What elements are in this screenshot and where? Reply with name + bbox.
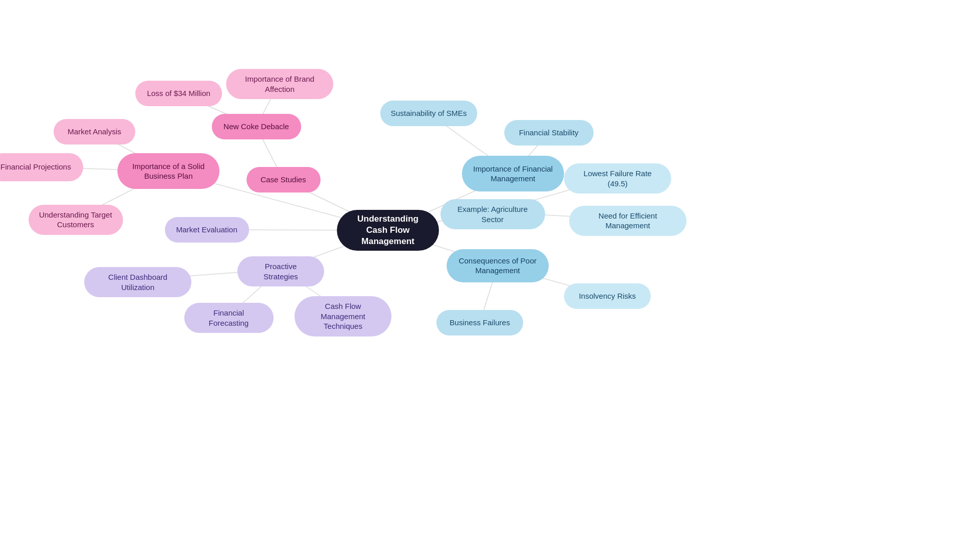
node-business-failures[interactable]: Business Failures [436, 310, 523, 335]
node-lowest-failure[interactable]: Lowest Failure Rate (49.5) [564, 163, 671, 194]
node-need-efficient[interactable]: Need for Efficient Management [569, 206, 687, 236]
node-loss-34m[interactable]: Loss of $34 Million [135, 81, 222, 106]
node-consequences-poor[interactable]: Consequences of Poor Management [447, 249, 549, 282]
node-market-analysis[interactable]: Market Analysis [54, 119, 135, 145]
node-importance-financial-mgmt[interactable]: Importance of Financial Management [462, 156, 564, 191]
node-insolvency-risks[interactable]: Insolvency Risks [564, 283, 651, 309]
node-proactive-strategies[interactable]: Proactive Strategies [237, 256, 324, 286]
node-financial-forecasting[interactable]: Financial Forecasting [184, 303, 274, 333]
node-importance-brand[interactable]: Importance of Brand Affection [226, 69, 333, 99]
node-client-dashboard[interactable]: Client Dashboard Utilization [84, 267, 191, 297]
node-example-agriculture[interactable]: Example: Agriculture Sector [440, 199, 545, 229]
node-understanding-target[interactable]: Understanding Target Customers [29, 205, 123, 235]
node-sustainability-smes[interactable]: Sustainability of SMEs [380, 101, 477, 126]
node-market-evaluation[interactable]: Market Evaluation [165, 217, 249, 243]
mindmap-container: Understanding Cash Flow ManagementFinanc… [0, 0, 980, 553]
node-financial-stability[interactable]: Financial Stability [504, 120, 594, 146]
node-importance-solid-plan[interactable]: Importance of a Solid Business Plan [117, 153, 219, 189]
node-cash-flow-techniques[interactable]: Cash Flow Management Techniques [295, 296, 391, 336]
node-financial-projections[interactable]: Financial Projections [0, 153, 83, 181]
node-case-studies[interactable]: Case Studies [247, 167, 321, 193]
center-node[interactable]: Understanding Cash Flow Management [337, 210, 439, 251]
node-new-coke[interactable]: New Coke Debacle [212, 114, 301, 139]
